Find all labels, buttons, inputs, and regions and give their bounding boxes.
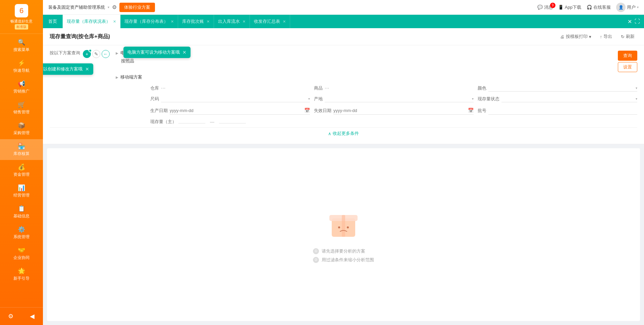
online-service-button[interactable]: 🎧 在线客服 <box>587 4 611 10</box>
empty-hint-2: ② 用过滤条件来缩小分析范围 <box>313 257 374 263</box>
export-button[interactable]: ↑ 导出 <box>597 32 615 41</box>
scheme-item-desktop[interactable]: 按照品 <box>121 58 142 64</box>
tooltip-text: 电脑方案可设为移动方案哦 <box>127 49 180 55</box>
header-left: 装备及固定资产辅助管理系统 ▾ ⚙ 体验行业方案 <box>48 3 537 12</box>
search-icon: 🔍 <box>18 39 25 46</box>
batch-no-input[interactable] <box>488 107 637 115</box>
inv-status-select[interactable]: ▾ <box>501 96 637 102</box>
sidebar-item-operation[interactable]: 📊 经营管理 <box>0 181 43 202</box>
empty-hint-1-text: 请先选择要分析的方案 <box>322 248 365 254</box>
scheme-group-mobile[interactable]: ▶ 移动端方案 <box>116 74 142 80</box>
tab-label: 库存批次账 <box>182 18 204 24</box>
tab-inventory-dist[interactable]: 现存量（库存分布表） ✕ <box>120 15 178 28</box>
sidebar-item-corp[interactable]: 🤝 企业协同 <box>0 243 43 264</box>
sidebar-item-search[interactable]: 🔍 搜索菜单 <box>0 35 43 56</box>
settings-button[interactable]: ⚙ <box>5 311 16 322</box>
avatar: 👤 <box>616 3 626 12</box>
color-select[interactable]: ▾ <box>488 85 637 92</box>
warehouse-dots[interactable]: ··· <box>161 85 165 91</box>
system-dropdown-icon[interactable]: ▾ <box>108 5 109 9</box>
app-badge: 标准版 <box>15 24 28 30</box>
sidebar-item-label: 基础信息 <box>13 213 30 219</box>
query-button[interactable]: 查询 <box>618 51 637 61</box>
export-icon: ↑ <box>600 34 602 39</box>
refresh-button[interactable]: ↻ 刷新 <box>618 32 637 41</box>
tab-close-icon[interactable]: ✕ <box>207 19 210 24</box>
sidebar-item-label: 快速导航 <box>13 68 30 73</box>
collapse-sidebar-button[interactable]: ◀ <box>27 311 38 322</box>
filter-row-3: 生产日期 📅 失效日期 📅 批号 <box>150 106 637 115</box>
tab-close-all-icon[interactable]: ✕ <box>628 18 632 25</box>
expire-date-calendar-icon[interactable]: 📅 <box>468 108 474 113</box>
app-logo: 6 畅通道好生意 标准版 <box>0 0 43 34</box>
main-area: 装备及固定资产辅助管理系统 ▾ ⚙ 体验行业方案 💬 消息 9 📱 App下载 … <box>43 0 644 325</box>
empty-svg <box>323 207 364 240</box>
sidebar-item-marketing[interactable]: 📢 营销推广 <box>0 77 43 98</box>
reset-button[interactable]: 设置 <box>618 62 637 72</box>
sidebar-item-finance[interactable]: 💰 资金管理 <box>0 160 43 181</box>
sidebar-item-newbie[interactable]: 🌟 新手引导 <box>0 264 43 285</box>
field-inventory-status: 现存量状态 ▾ <box>478 96 637 102</box>
print-label: 按模板打印 <box>566 34 588 40</box>
collapse-label: 收起更多条件 <box>333 130 359 137</box>
filter-label: 按以下方案查询 <box>50 50 80 56</box>
logo-icon: 6 <box>15 4 28 17</box>
tab-label: 现存量（库存状况表） <box>67 18 110 24</box>
inv-status-dropdown-icon: ▾ <box>636 97 637 101</box>
field-color: 颜色 ▾ <box>478 85 637 92</box>
tab-bar: 首页 现存量（库存状况表） ✕ 现存量（库存分布表） ✕ 库存批次账 ✕ 出入库… <box>43 15 644 28</box>
print-button[interactable]: 🖨 按模板打印 ▾ <box>557 32 594 41</box>
sidebar-item-quicknav[interactable]: ⚡ 快速导航 <box>0 56 43 77</box>
expire-date-input[interactable] <box>333 108 468 113</box>
inventory-icon: 🏪 <box>18 143 25 150</box>
tab-home[interactable]: 首页 <box>43 15 63 28</box>
user-menu[interactable]: 👤 用户 ▾ <box>616 3 639 12</box>
scheme-arrow-button[interactable]: ← <box>102 50 110 58</box>
sidebar-item-basic[interactable]: 📋 基础信息 <box>0 202 43 222</box>
content-area: 现存量查询(按仓库+商品) 🖨 按模板打印 ▾ ↑ 导出 ↻ 刷新 <box>43 28 644 325</box>
tab-inventory-batch[interactable]: 库存批次账 ✕ <box>178 15 214 28</box>
user-dropdown-icon: ▾ <box>637 5 639 9</box>
sidebar-item-label: 新手引导 <box>13 276 30 281</box>
tab-inventory-status[interactable]: 现存量（库存状况表） ✕ <box>63 15 120 28</box>
filter-fields: 仓库 ··· 商品 ··· 颜色 ▾ <box>150 85 637 125</box>
tab-inout-flow[interactable]: 出入库流水 ✕ <box>214 15 250 28</box>
tab-bar-actions: ✕ ⛶ <box>628 18 644 25</box>
tab-close-icon[interactable]: ✕ <box>283 19 286 24</box>
header-gear-icon[interactable]: ⚙ <box>112 4 117 10</box>
svg-point-4 <box>347 226 349 228</box>
sidebar-item-system[interactable]: ⚙️ 系统管理 <box>0 222 43 243</box>
tab-close-icon[interactable]: ✕ <box>243 19 246 24</box>
marketing-icon: 📢 <box>18 80 25 88</box>
message-button[interactable]: 💬 消息 9 <box>537 4 553 10</box>
tab-close-icon[interactable]: ✕ <box>113 19 116 24</box>
collapse-filter-bar[interactable]: ∧ 收起更多条件 <box>50 127 637 139</box>
add-scheme-button[interactable]: + <box>83 50 91 58</box>
color-dropdown-icon: ▾ <box>636 86 637 90</box>
empty-hints: ① 请先选择要分析的方案 ② 用过滤条件来缩小分析范围 <box>313 248 374 263</box>
tab-expand-icon[interactable]: ⛶ <box>635 18 640 24</box>
produce-date-calendar-icon[interactable]: 📅 <box>304 108 310 113</box>
tab-home-label: 首页 <box>48 18 57 24</box>
sidebar-item-purchase[interactable]: 📦 采购管理 <box>0 118 43 139</box>
system-icon: ⚙️ <box>18 226 25 233</box>
tooltip-close-icon[interactable]: ✕ <box>85 66 89 72</box>
origin-select[interactable]: ▾ <box>325 96 474 102</box>
sidebar-item-inventory[interactable]: 🏪 库存核算 <box>0 139 43 160</box>
sidebar-item-label: 企业协同 <box>13 255 30 261</box>
sidebar-item-label: 采购管理 <box>13 130 30 136</box>
tab-recv-summary[interactable]: 收发存汇总表 ✕ <box>250 15 290 28</box>
empty-illustration <box>323 207 364 240</box>
edit-scheme-button[interactable]: ✎ <box>92 50 100 58</box>
size-select[interactable]: ▾ <box>161 96 310 102</box>
sidebar-bottom: ⚙ ◀ <box>0 307 43 325</box>
tab-close-icon[interactable]: ✕ <box>171 19 174 24</box>
trial-button[interactable]: 体验行业方案 <box>119 3 155 12</box>
sidebar-item-sales[interactable]: 🛒 销售管理 <box>0 98 43 118</box>
tooltip-add-scheme: 电脑方案可设为移动方案哦 ✕ <box>123 47 191 58</box>
produce-date-input[interactable] <box>170 108 304 113</box>
tab-label: 出入库流水 <box>218 18 240 24</box>
app-download-button[interactable]: 📱 App下载 <box>558 4 581 10</box>
tooltip-close-icon[interactable]: ✕ <box>182 50 186 55</box>
product-dots[interactable]: ··· <box>325 85 329 91</box>
